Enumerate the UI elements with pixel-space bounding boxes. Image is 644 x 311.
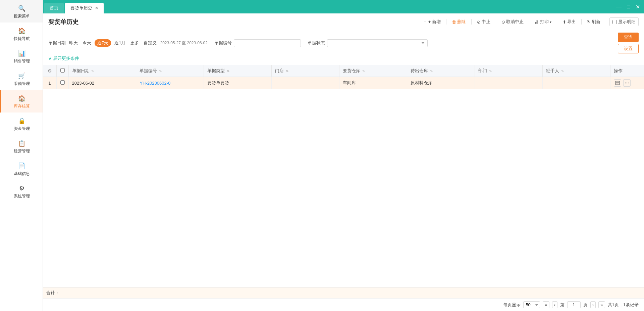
doc-type-col-header[interactable]: 单据类型 ⇅ (204, 65, 272, 77)
divider (606, 19, 606, 25)
first-page-button[interactable]: « (543, 301, 549, 308)
settings-button[interactable]: 设置 (618, 44, 639, 53)
svg-point-5 (627, 83, 627, 83)
last-page-button[interactable]: » (598, 301, 605, 308)
page-unit: 页 (583, 302, 588, 308)
prev-page-button[interactable]: ‹ (552, 301, 557, 308)
settings-col-header[interactable]: ⚙ (43, 65, 56, 77)
pending-warehouse-col-header[interactable]: 待出仓库 ⇅ (407, 65, 475, 77)
cancel-stop-icon: ⊙ (501, 19, 505, 25)
expand-more-btn[interactable]: ∨ 展开更多条件 (48, 55, 639, 61)
toolbar: ＋ + 新增 🗑 删除 ⊘ 中止 ⊙ 取消中止 (421, 17, 639, 26)
data-table: ⚙ 单据日期 ⇅ 单据编号 ⇅ (43, 65, 644, 89)
shortcut-custom[interactable]: 自定义 (142, 39, 158, 47)
query-button[interactable]: 查询 (618, 33, 639, 42)
doc-no-label: 单据编号 (214, 40, 232, 46)
store-col-header[interactable]: 门店 ⇅ (272, 65, 339, 77)
doc-no-col-header[interactable]: 单据编号 ⇅ (136, 65, 204, 77)
tab-close-icon[interactable]: ✕ (95, 6, 98, 10)
row-pending-warehouse: 原材料仓库 (407, 77, 475, 89)
svg-point-6 (628, 83, 629, 83)
shortcut-more[interactable]: 更多 (129, 39, 140, 47)
expand-more-label: 展开更多条件 (53, 55, 79, 61)
date-filter-group: 单据日期 昨天 今天 近7天 近1月 更多 自定义 2023-05-27 至 2… (48, 39, 208, 47)
row-doc-no[interactable]: YH-20230602-0 (136, 77, 204, 89)
sidebar-item-finance[interactable]: 🔒 资金管理 (0, 113, 43, 135)
tab-requisition-history[interactable]: 要货单历史 ✕ (65, 3, 104, 13)
settings-col-icon[interactable]: ⚙ (46, 68, 53, 74)
page-number-input[interactable] (567, 301, 581, 308)
department-col-header[interactable]: 部门 ⇅ (475, 65, 543, 77)
tab-home[interactable]: 首页 (44, 3, 64, 13)
refresh-label: 刷新 (592, 19, 600, 25)
view-action-button[interactable] (614, 79, 621, 87)
export-label: 导出 (567, 19, 576, 25)
row-select-checkbox[interactable] (60, 80, 65, 85)
sort-icon: ⇅ (227, 69, 229, 73)
sidebar-item-base-info[interactable]: 📄 基础信息 (0, 158, 43, 180)
inventory-icon: 🏠 (18, 95, 25, 102)
search-icon: 🔍 (18, 5, 25, 12)
handler-col-header[interactable]: 经手人 ⇅ (543, 65, 610, 77)
sort-icon: ⇅ (489, 69, 492, 73)
sidebar-item-operations[interactable]: 📋 经营管理 (0, 135, 43, 158)
doc-no-col-label: 单据编号 (140, 68, 157, 73)
sidebar-item-quick-nav[interactable]: 🏠 快捷导航 (0, 23, 43, 45)
sidebar-item-inventory[interactable]: 🏠 库存核算 (0, 90, 43, 113)
print-button[interactable]: 🖨 打印 ▾ (533, 17, 553, 26)
select-all-checkbox[interactable] (60, 68, 65, 73)
divider (581, 19, 582, 25)
req-warehouse-col-header[interactable]: 要货仓库 ⇅ (339, 65, 407, 77)
add-icon: ＋ (423, 19, 427, 25)
doc-no-link[interactable]: YH-20230602-0 (140, 81, 170, 86)
row-checkbox[interactable] (56, 77, 68, 89)
status-select[interactable] (327, 39, 428, 47)
sidebar-item-label: 系统管理 (14, 193, 30, 199)
sidebar-item-sales[interactable]: 📊 销售管理 (0, 45, 43, 68)
shortcut-1month[interactable]: 近1月 (113, 39, 127, 47)
filter-row-1: 单据日期 昨天 今天 近7天 近1月 更多 自定义 2023-05-27 至 2… (48, 33, 639, 53)
minimize-button[interactable]: — (615, 4, 623, 10)
next-page-button[interactable]: › (590, 301, 596, 308)
shortcut-7days[interactable]: 近7天 (95, 39, 111, 47)
divider (471, 19, 472, 25)
handler-col-label: 经手人 (546, 68, 559, 73)
stop-label: 中止 (482, 19, 490, 25)
gear-icon: ⚙ (19, 185, 24, 192)
checkbox-col-header[interactable] (56, 65, 68, 77)
display-detail-checkbox[interactable] (612, 20, 617, 24)
page-size-label: 每页显示 (503, 302, 521, 308)
tab-requisition-label: 要货单历史 (70, 5, 92, 11)
doc-date-col-header[interactable]: 单据日期 ⇅ (68, 65, 136, 77)
add-label: + 新增 (428, 19, 441, 25)
refresh-icon: ↻ (587, 19, 591, 25)
delete-button[interactable]: 🗑 删除 (450, 17, 468, 26)
print-label: 打印 (540, 19, 549, 25)
divider (529, 19, 529, 25)
chart-icon: 📊 (18, 50, 25, 57)
page-size-select[interactable]: 10 20 50 100 (523, 301, 540, 308)
sidebar-item-system[interactable]: ⚙ 系统管理 (0, 180, 43, 203)
close-button[interactable]: ✕ (634, 4, 641, 10)
refresh-button[interactable]: ↻ 刷新 (585, 17, 602, 26)
display-detail-toggle[interactable]: 显示明细 (609, 17, 639, 26)
shortcut-yesterday[interactable]: 昨天 (68, 39, 79, 47)
stop-button[interactable]: ⊘ 中止 (475, 17, 492, 26)
maximize-button[interactable]: □ (626, 4, 632, 10)
pagination-bar: 每页显示 10 20 50 100 « ‹ 第 页 › » 共1页，1条记录 (43, 298, 644, 311)
delete-label: 删除 (457, 19, 466, 25)
sidebar-item-label: 采购管理 (14, 81, 30, 87)
cancel-stop-button[interactable]: ⊙ 取消中止 (499, 17, 526, 26)
export-button[interactable]: ⬆ 导出 (560, 17, 578, 26)
add-button[interactable]: ＋ + 新增 (421, 17, 443, 26)
shortcut-today[interactable]: 今天 (81, 39, 93, 47)
row-store (272, 77, 339, 89)
doc-no-input[interactable] (234, 39, 301, 47)
tab-bar: 首页 要货单历史 ✕ — □ ✕ (43, 0, 644, 13)
sidebar-item-purchase[interactable]: 🛒 采购管理 (0, 68, 43, 90)
divider (557, 19, 557, 25)
sidebar-item-search[interactable]: 🔍 搜索菜单 (0, 0, 43, 23)
table-area: ⚙ 单据日期 ⇅ 单据编号 ⇅ (43, 65, 644, 287)
sort-icon: ⇅ (286, 69, 288, 73)
more-action-button[interactable] (623, 79, 631, 87)
